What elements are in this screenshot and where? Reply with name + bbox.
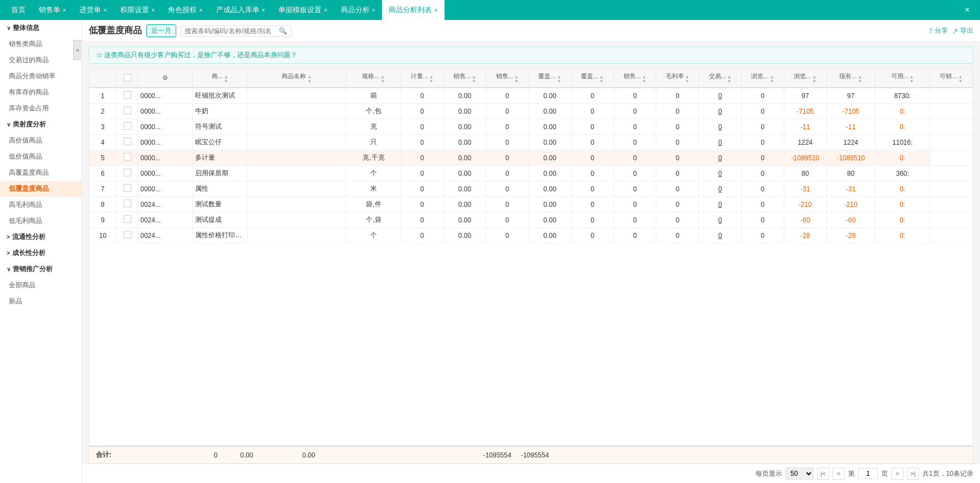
sidebar-group-growth[interactable]: > 成长性分析 xyxy=(0,245,81,261)
row-checkbox-cell[interactable] xyxy=(116,135,137,150)
row-browse1[interactable]: 0 xyxy=(699,166,742,181)
row-checkbox[interactable] xyxy=(124,200,131,207)
sidebar-collapse-button[interactable]: « xyxy=(73,40,82,60)
sidebar-group-overview[interactable]: ∨ 整体信息 xyxy=(0,20,81,36)
col-header-avail[interactable]: 可用...▲▼ xyxy=(875,69,930,88)
sidebar-item-low-value[interactable]: 低价值商品 xyxy=(0,149,81,165)
col-header-cov1[interactable]: 覆盖...▲▼ xyxy=(529,69,571,88)
row-checkbox[interactable] xyxy=(124,106,131,114)
row-checkbox[interactable] xyxy=(124,169,131,176)
row-checkbox-cell[interactable] xyxy=(116,119,137,135)
nav-close-purchase[interactable]: × xyxy=(103,7,106,13)
sidebar-group-liquidity[interactable]: > 流通性分析 xyxy=(0,229,81,245)
nav-role[interactable]: 角色授权 × xyxy=(161,0,209,20)
sidebar-item-high-value[interactable]: 高价值商品 xyxy=(0,133,81,149)
sidebar-group-marketing[interactable]: ∨ 营销推广分析 xyxy=(0,261,81,277)
row-browse1[interactable]: 0 xyxy=(699,150,742,166)
row-checkbox[interactable] xyxy=(124,153,131,161)
nav-analysis-list[interactable]: 商品分析列表 × xyxy=(382,0,444,20)
col-header-sale-qty[interactable]: 销售...▲▼ xyxy=(443,69,486,88)
share-button[interactable]: ⤴ 分享 xyxy=(929,26,948,35)
nav-close-role[interactable]: × xyxy=(199,7,202,13)
next-page-button[interactable]: > xyxy=(891,467,904,480)
row-checkbox[interactable] xyxy=(124,184,131,192)
col-header-sellable[interactable]: 可销...▲▼ xyxy=(930,69,973,88)
nav-close-sales[interactable]: × xyxy=(63,7,66,13)
per-page-select[interactable]: 50 100 200 xyxy=(785,467,814,480)
row-browse1[interactable]: 0 xyxy=(699,135,742,150)
row-browse1[interactable]: 0 xyxy=(699,181,742,197)
row-browse1[interactable]: 0 xyxy=(699,104,742,119)
row-browse1[interactable]: 0 xyxy=(699,228,742,243)
prev-page-button[interactable]: < xyxy=(833,467,845,480)
row-browse1[interactable]: 0 xyxy=(699,88,742,104)
nav-close-permission[interactable]: × xyxy=(151,7,155,13)
row-checkbox[interactable] xyxy=(124,91,131,99)
row-checkbox-cell[interactable] xyxy=(116,181,137,197)
sidebar-group-coverage[interactable]: ∨ 类射度分析 xyxy=(0,116,81,133)
col-header-sale-amt[interactable]: 销售...▲▼ xyxy=(486,69,529,88)
row-sale-amt: 0.00 xyxy=(443,197,486,212)
row-browse2: 0 xyxy=(741,150,784,166)
search-input[interactable] xyxy=(185,27,279,35)
page-number-input[interactable] xyxy=(858,468,878,479)
row-checkbox-cell[interactable] xyxy=(116,228,137,243)
sidebar-item-category-turnover[interactable]: 商品分类动销率 xyxy=(0,68,81,84)
col-header-trade[interactable]: 交易...▲▼ xyxy=(699,69,742,88)
window-close-button[interactable]: × xyxy=(959,0,976,20)
nav-product-entry[interactable]: 产成品入库单 × xyxy=(210,0,272,20)
sidebar-item-inventory-capital[interactable]: 库存资金占用 xyxy=(0,100,81,116)
row-checkbox[interactable] xyxy=(124,231,131,238)
nav-close-template[interactable]: × xyxy=(324,7,327,13)
sidebar-item-new-goods[interactable]: 新品 xyxy=(0,293,81,309)
nav-close-analysis[interactable]: × xyxy=(372,7,375,13)
row-checkbox[interactable] xyxy=(124,138,131,145)
data-table-container[interactable]: ⚙ 商...▲▼ 商品名称▲▼ 规格...▲▼ 计量...▲▼ xyxy=(89,68,973,446)
row-checkbox-cell[interactable] xyxy=(116,197,137,212)
nav-home[interactable]: 首页 xyxy=(4,0,32,20)
select-all-checkbox[interactable] xyxy=(124,74,131,82)
row-checkbox[interactable] xyxy=(124,215,131,223)
nav-purchase[interactable]: 进货单 × xyxy=(73,0,113,20)
col-header-browse2[interactable]: 浏览...▲▼ xyxy=(784,69,826,88)
filter-button[interactable]: 近一月 xyxy=(146,24,176,37)
col-header-sale3[interactable]: 销售...▲▼ xyxy=(614,69,656,88)
row-browse1[interactable]: 0 xyxy=(699,119,742,135)
row-checkbox-cell[interactable] xyxy=(116,212,137,228)
col-header-stock1[interactable]: 现有...▲▼ xyxy=(826,69,875,88)
col-header-code[interactable]: ⚙ xyxy=(138,69,193,88)
row-checkbox-cell[interactable] xyxy=(116,166,137,181)
first-page-button[interactable]: |< xyxy=(817,467,829,480)
last-page-button[interactable]: >| xyxy=(907,467,919,480)
nav-close-product-entry[interactable]: × xyxy=(262,7,265,13)
col-header-unit[interactable]: 计量...▲▼ xyxy=(401,69,443,88)
search-icon[interactable]: 🔍 xyxy=(279,27,287,35)
export-button[interactable]: ↗ 导出 xyxy=(952,26,973,35)
sidebar-item-in-stock-goods[interactable]: 有库存的商品 xyxy=(0,84,81,100)
nav-sales[interactable]: 销售单 × xyxy=(32,0,73,20)
col-header-spec[interactable]: 规格...▲▼ xyxy=(346,69,401,88)
nav-analysis[interactable]: 商品分析 × xyxy=(334,0,382,20)
sidebar-item-traded-goods[interactable]: 交易过的商品 xyxy=(0,52,81,68)
row-browse1[interactable]: 0 xyxy=(699,212,742,228)
row-checkbox-cell[interactable] xyxy=(116,104,137,119)
sidebar-item-low-margin[interactable]: 低毛利商品 xyxy=(0,213,81,229)
col-header-cov2[interactable]: 覆盖...▲▼ xyxy=(571,69,614,88)
col-header-gross[interactable]: 毛利率▲▼ xyxy=(656,69,699,88)
sidebar-item-high-margin[interactable]: 高毛利商品 xyxy=(0,197,81,213)
nav-close-analysis-list[interactable]: × xyxy=(434,7,437,13)
sidebar-item-all-goods[interactable]: 全部商品 xyxy=(0,277,81,293)
sidebar-item-low-coverage[interactable]: 低覆盖度商品 xyxy=(0,181,81,197)
row-browse1[interactable]: 0 xyxy=(699,197,742,212)
col-header-browse1[interactable]: 浏览...▲▼ xyxy=(741,69,784,88)
row-checkbox[interactable] xyxy=(124,122,131,130)
sidebar-item-sales-goods[interactable]: 销售类商品 xyxy=(0,36,81,52)
row-checkbox-cell[interactable] xyxy=(116,150,137,166)
col-header-name[interactable]: 商品名称▲▼ xyxy=(247,69,346,88)
settings-icon[interactable]: ⚙ xyxy=(162,74,168,81)
row-checkbox-cell[interactable] xyxy=(116,88,137,104)
sidebar-item-high-coverage[interactable]: 高覆盖度商品 xyxy=(0,165,81,181)
nav-template[interactable]: 单据模板设置 × xyxy=(272,0,334,20)
col-header-code2[interactable]: 商...▲▼ xyxy=(192,69,247,88)
nav-permission[interactable]: 权限设置 × xyxy=(114,0,161,20)
